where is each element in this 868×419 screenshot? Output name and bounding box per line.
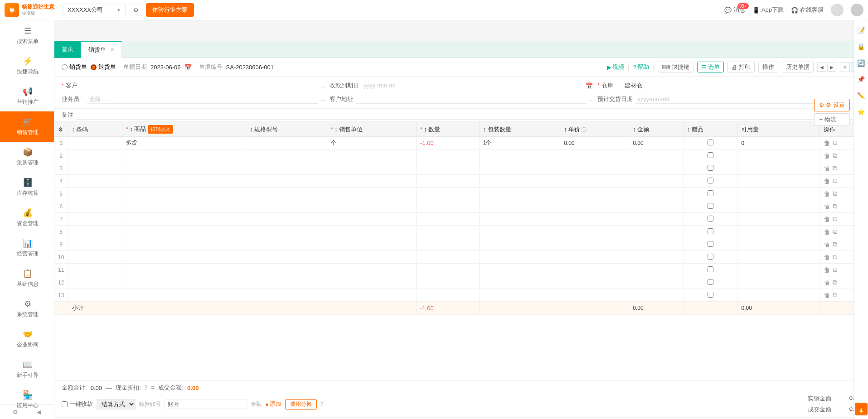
row-6-delete-icon[interactable]: 🗑 xyxy=(824,203,830,210)
row-1-unit[interactable]: 个 xyxy=(327,137,417,149)
customer-address-more-btn[interactable]: ... xyxy=(588,96,593,102)
return-order-radio[interactable]: 退货单 xyxy=(91,63,116,71)
row-13-copy-icon[interactable]: ⧉ xyxy=(833,291,837,299)
due-date-calendar-icon[interactable]: 📅 xyxy=(586,82,593,89)
row-2-gift-checkbox[interactable] xyxy=(708,152,713,158)
row-12-gift-checkbox[interactable] xyxy=(708,279,713,285)
row-9-copy-icon[interactable]: ⧉ xyxy=(833,241,837,248)
price-info-icon[interactable]: ⓘ xyxy=(582,127,587,132)
salesperson-input[interactable] xyxy=(87,95,318,104)
row-8-gift-checkbox[interactable] xyxy=(708,228,713,234)
tab-sale-order[interactable]: 销货单 × xyxy=(81,41,122,58)
th-gift-sort[interactable]: ↕ xyxy=(687,126,690,133)
row-12-copy-icon[interactable]: ⧉ xyxy=(833,279,837,286)
row-10-copy-icon[interactable]: ⧉ xyxy=(833,253,837,261)
experience-btn[interactable]: 体验行业方案 xyxy=(146,3,194,17)
one-click-payment-checkbox[interactable] xyxy=(62,401,68,407)
sidebar-item-operations[interactable]: 📊 经营管理 xyxy=(0,233,54,263)
row-7-delete-icon[interactable]: 🗑 xyxy=(824,216,830,223)
sidebar-item-guide[interactable]: 📖 新手引导 xyxy=(0,354,54,385)
row-5-delete-icon[interactable]: 🗑 xyxy=(824,190,830,197)
settlement-method-select[interactable]: 结算方式 xyxy=(97,399,136,409)
tab-home[interactable]: 首页 xyxy=(54,41,81,58)
video-link[interactable]: ▶ 视频 xyxy=(607,63,624,71)
user-avatar[interactable] xyxy=(831,4,844,16)
account-input[interactable] xyxy=(165,400,247,409)
row-4-copy-icon[interactable]: ⧉ xyxy=(833,177,837,185)
calendar-icon[interactable]: 📅 xyxy=(184,64,192,71)
topbar-settings-btn[interactable]: ⚙ xyxy=(130,4,142,16)
company-selector[interactable]: XXXXXX公司 ▼ xyxy=(63,4,126,16)
row-4-gift-checkbox[interactable] xyxy=(708,178,713,183)
row-7-gift-checkbox[interactable] xyxy=(708,216,713,222)
return-order-radio-input[interactable] xyxy=(91,64,97,70)
row-11-gift-checkbox[interactable] xyxy=(708,266,713,272)
close-tab-btn[interactable]: × xyxy=(111,46,114,53)
operate-btn[interactable]: 操作 xyxy=(758,62,778,72)
th-gear[interactable]: ⚙ xyxy=(54,122,68,137)
row-7-copy-icon[interactable]: ⧉ xyxy=(833,215,837,223)
th-product-sort[interactable]: ↕ xyxy=(130,125,133,132)
warehouse-input[interactable] xyxy=(623,81,853,90)
right-tool-star[interactable]: ⭐ xyxy=(855,106,868,118)
row-3-gift-checkbox[interactable] xyxy=(708,165,713,171)
row-10-delete-icon[interactable]: 🗑 xyxy=(824,254,830,261)
row-4-delete-icon[interactable]: 🗑 xyxy=(824,178,830,185)
right-tool-lock[interactable]: 🔒 xyxy=(855,40,868,53)
sidebar-item-search[interactable]: ☰ 搜索菜单 xyxy=(0,20,54,51)
sidebar-item-sales[interactable]: 🛒 销售管理 xyxy=(0,111,54,142)
row-8-delete-icon[interactable]: 🗑 xyxy=(824,228,830,236)
right-tool-edit[interactable]: ✏️ xyxy=(855,89,868,102)
customer-more-btn[interactable]: ... xyxy=(320,82,325,89)
sidebar-settings-btn[interactable]: ⚙ xyxy=(13,409,18,415)
sale-order-radio-input[interactable] xyxy=(62,64,68,70)
one-click-payment-label[interactable]: 一键收款 xyxy=(62,400,93,408)
print-btn[interactable]: 🖨 打印 xyxy=(727,62,755,72)
th-amt-sort[interactable]: ↕ xyxy=(633,126,636,133)
form-settings-btn[interactable]: ⚙ ⚙ 设置 xyxy=(814,99,850,111)
nav-prev-btn[interactable]: ◀ xyxy=(817,63,826,72)
app-download-btn[interactable]: 📱 App下载 xyxy=(752,6,784,14)
sidebar-item-quick-nav[interactable]: ⚡ 快捷导航 xyxy=(0,51,54,81)
expense-question-icon[interactable]: ? xyxy=(320,401,324,407)
th-pkg-sort[interactable]: ↕ xyxy=(483,126,486,133)
form-logistics-btn[interactable]: + 物流 xyxy=(814,113,850,126)
th-qty-sort[interactable]: ↕ xyxy=(424,126,427,133)
row-2-copy-icon[interactable]: ⧉ xyxy=(833,152,837,159)
row-1-copy-icon[interactable]: ⧉ xyxy=(833,139,837,147)
expense-split-btn[interactable]: 费用分摊 xyxy=(285,399,317,409)
sidebar-item-inventory[interactable]: 🗄️ 库存核算 xyxy=(0,172,54,202)
row-1-delete-icon[interactable]: 🗑 xyxy=(824,140,830,147)
row-12-delete-icon[interactable]: 🗑 xyxy=(824,279,830,286)
sidebar-item-cooperation[interactable]: 🤝 企业协同 xyxy=(0,324,54,354)
row-11-delete-icon[interactable]: 🗑 xyxy=(824,266,830,274)
remarks-input[interactable] xyxy=(76,111,861,120)
sidebar-item-purchase[interactable]: 📦 采购管理 xyxy=(0,142,54,172)
right-tool-hot[interactable]: 🔥 xyxy=(855,403,868,415)
sidebar-collapse-btn[interactable]: ◀ xyxy=(37,409,41,415)
row-6-gift-checkbox[interactable] xyxy=(708,203,713,209)
row-1-price[interactable]: 0.00 xyxy=(560,137,629,149)
row-3-copy-icon[interactable]: ⧉ xyxy=(833,164,837,172)
row-3-delete-icon[interactable]: 🗑 xyxy=(824,165,830,172)
row-1-gift-checkbox[interactable] xyxy=(708,140,713,145)
message-btn[interactable]: 💬 消息 99+ xyxy=(724,6,745,14)
row-1-qty[interactable]: -1.00 xyxy=(417,137,480,149)
help-link[interactable]: ? 帮助 xyxy=(633,63,649,71)
row-9-delete-icon[interactable]: 🗑 xyxy=(824,241,830,248)
row-11-copy-icon[interactable]: ⧉ xyxy=(833,266,837,274)
right-tool-refresh[interactable]: 🔄 xyxy=(855,57,868,69)
row-9-gift-checkbox[interactable] xyxy=(708,241,713,247)
sidebar-item-finance[interactable]: 💰 资金管理 xyxy=(0,202,54,233)
due-date-input[interactable] xyxy=(362,81,583,90)
row-13-gift-checkbox[interactable] xyxy=(708,292,713,298)
customer-input[interactable] xyxy=(87,81,318,90)
online-service-btn[interactable]: 🎧 在线客服 xyxy=(791,6,824,14)
right-tool-notes[interactable]: 📝 xyxy=(855,24,868,37)
shortcut-btn[interactable]: ⌨ 快捷键 xyxy=(658,62,693,72)
th-unit-sort[interactable]: ↕ xyxy=(335,126,338,133)
right-tool-pin[interactable]: 📌 xyxy=(855,73,868,86)
th-price-sort[interactable]: ↕ xyxy=(564,126,567,133)
select-btn[interactable]: ☰ 选单 xyxy=(697,62,724,72)
row-10-gift-checkbox[interactable] xyxy=(708,254,713,260)
